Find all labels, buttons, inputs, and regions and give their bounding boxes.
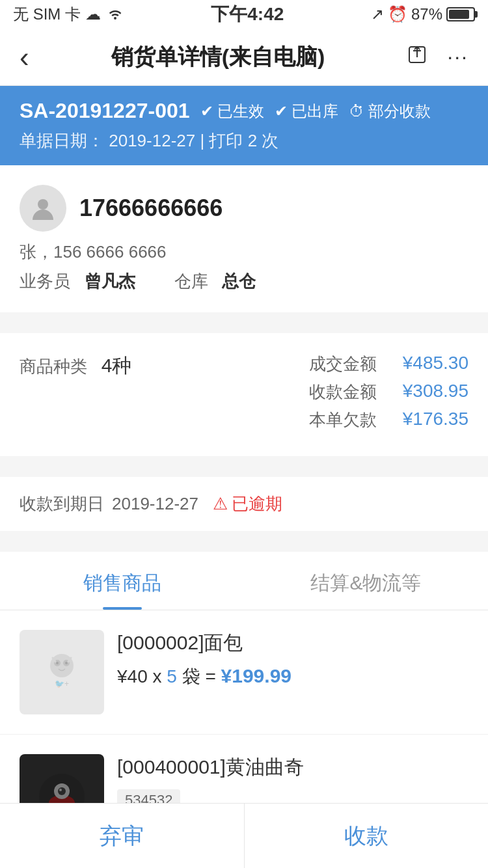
bottom-bar: 弃审 收款 — [0, 803, 488, 868]
svg-point-12 — [59, 789, 62, 791]
abandon-review-button[interactable]: 弃审 — [0, 804, 245, 868]
collect-payment-button[interactable]: 收款 — [245, 804, 489, 868]
svg-point-6 — [65, 662, 68, 664]
staff-warehouse-row: 业务员 曾凡杰 仓库 总仓 — [20, 270, 468, 293]
amount-stats: 成交金额 ¥485.30 收款金额 ¥308.95 本单欠款 ¥176.35 — [309, 353, 468, 437]
svg-point-11 — [58, 787, 66, 795]
back-button[interactable]: ‹ — [20, 41, 29, 74]
check-icon-1: ✔ — [200, 102, 213, 120]
nav-bar: ‹ 销货单详情(来自电脑) ··· — [0, 29, 488, 86]
tab-sales-products[interactable]: 销售商品 — [0, 552, 244, 610]
battery-icon — [446, 7, 475, 21]
order-id: SA-20191227-001 — [20, 99, 190, 123]
svg-point-5 — [56, 662, 59, 664]
status-bar: 无 SIM 卡 ☁ 下午4:42 ↗ ⏰ 87% — [0, 0, 488, 29]
status-partial: ⏱ 部分收款 — [349, 101, 431, 122]
product-info-1: [0000002]面包 ¥40 x 5 袋 = ¥199.99 — [117, 630, 468, 689]
category-stat: 商品种类 4种 — [20, 353, 131, 379]
status-shipped: ✔ 已出库 — [275, 101, 338, 122]
customer-section: 17666666666 张，156 6666 6666 业务员 曾凡杰 仓库 总… — [0, 165, 488, 312]
svg-text:🐦+: 🐦+ — [55, 679, 69, 688]
received-row: 收款金额 ¥308.95 — [309, 381, 468, 403]
received-amount: ¥308.95 — [403, 381, 468, 403]
product-item-1: 🐦+ [0000002]面包 ¥40 x 5 袋 = ¥199.99 — [0, 610, 488, 735]
due-date-value: 2019-12-27 — [112, 494, 198, 514]
battery-percent: 87% — [411, 5, 442, 23]
product-price-1: ¥40 x 5 袋 = ¥199.99 — [117, 664, 468, 689]
svg-point-1 — [38, 199, 48, 210]
page-title: 销货单详情(来自电脑) — [111, 42, 325, 72]
status-right: ↗ ⏰ 87% — [371, 5, 475, 23]
clock-icon: ⏱ — [349, 102, 364, 120]
warehouse-label: 仓库 总仓 — [174, 270, 256, 293]
customer-name-phone: 张，156 6666 6666 — [20, 241, 468, 264]
staff-label: 业务员 曾凡杰 — [20, 270, 135, 293]
overdue-badge: ⚠ 已逾期 — [213, 493, 282, 515]
product-name-1: [0000002]面包 — [117, 630, 468, 657]
status-effective: ✔ 已生效 — [200, 101, 264, 122]
due-date-section: 收款到期日 2019-12-27 ⚠ 已逾期 — [0, 477, 488, 531]
transaction-amount: ¥485.30 — [403, 353, 468, 375]
divider-1 — [0, 323, 488, 333]
divider-3 — [0, 541, 488, 552]
due-date-label: 收款到期日 — [20, 493, 104, 515]
tab-settlement[interactable]: 结算&物流等 — [244, 552, 488, 610]
share-icon[interactable] — [407, 44, 427, 70]
sim-status: 无 SIM 卡 ☁ — [13, 4, 101, 25]
customer-id: 17666666666 — [79, 195, 223, 222]
check-icon-2: ✔ — [275, 102, 288, 120]
product-tabs: 销售商品 结算&物流等 — [0, 552, 488, 610]
alarm-icon: ⏰ — [388, 5, 407, 23]
location-icon: ↗ — [371, 5, 384, 23]
more-icon[interactable]: ··· — [447, 45, 468, 69]
divider-2 — [0, 467, 488, 477]
transaction-row: 成交金额 ¥485.30 — [309, 353, 468, 375]
product-thumb-1: 🐦+ — [20, 630, 104, 714]
warning-icon: ⚠ — [213, 494, 228, 514]
customer-avatar — [20, 185, 66, 232]
status-time: 下午4:42 — [211, 2, 284, 27]
order-header: SA-20191227-001 ✔ 已生效 ✔ 已出库 ⏱ 部分收款 单据日期：… — [0, 86, 488, 165]
debt-row: 本单欠款 ¥176.35 — [309, 409, 468, 431]
product-qty-1: 5 — [167, 666, 177, 686]
nav-icons: ··· — [407, 44, 468, 70]
product-name-2: [000400001]黄油曲奇 — [117, 754, 468, 781]
status-left: 无 SIM 卡 ☁ — [13, 4, 124, 25]
order-date-row: 单据日期： 2019-12-27 | 打印 2 次 — [20, 129, 468, 152]
wifi-icon — [106, 5, 124, 23]
stats-section: 商品种类 4种 成交金额 ¥485.30 收款金额 ¥308.95 本单欠款 ¥… — [0, 333, 488, 456]
debt-amount: ¥176.35 — [403, 409, 468, 431]
